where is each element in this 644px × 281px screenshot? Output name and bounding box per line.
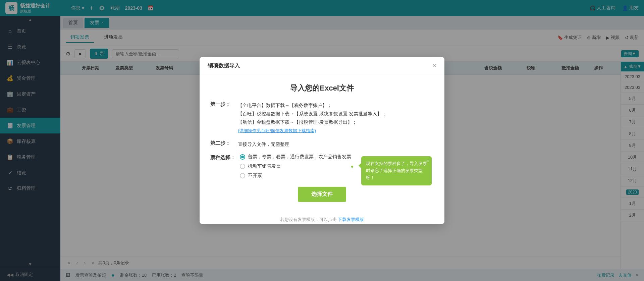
step2-row: 第二步： 直接导入文件，无需整理 — [210, 140, 434, 149]
modal-main-title: 导入您的Excel文件 — [210, 83, 434, 93]
step1-label: 第一步： — [210, 101, 234, 135]
step2-label: 第二步： — [210, 140, 234, 149]
step1-row: 第一步： 【全电平台】数据下载→【税务数字账户】； 【百旺】税控盘数据下载→【系… — [210, 101, 434, 135]
step1-line2: 【百旺】税控盘数据下载→【系统设置-系统参数设置-发票批量导入】； — [238, 110, 386, 118]
modal-title: 销项数据导入 — [208, 62, 240, 69]
modal-overlay: 销项数据导入 × 导入您的Excel文件 第一步： 【全电平台】数据下载→【税务… — [0, 0, 644, 281]
modal-footer: 若您没有发票模版，可以点击 下载发票模版 — [200, 213, 444, 224]
radio-normal[interactable]: 普票，专票，卷票，通行费发票，农产品销售发票 — [240, 154, 351, 160]
tooltip-indicator-dot — [351, 165, 354, 168]
radio-no-ticket-label: 不开票 — [248, 173, 262, 179]
radio-normal-circle — [240, 154, 245, 160]
ticket-options: 普票，专票，卷票，通行费发票，农产品销售发票 机动车销售发票 × 现在支持的票 — [240, 154, 351, 179]
radio-motor[interactable]: 机动车销售发票 × 现在支持的票种多了，导入发票时别忘了选择正确的发票类型呀！ — [240, 163, 351, 169]
download-template-link[interactable]: 下载发票模版 — [338, 217, 364, 222]
radio-normal-label: 普票，专票，卷票，通行费发票，农产品销售发票 — [248, 154, 351, 160]
tooltip-text: 现在支持的票种多了，导入发票时别忘了选择正确的发票类型呀！ — [366, 161, 427, 180]
modal-close-btn[interactable]: × — [433, 63, 436, 69]
step1-line3: 【航信】金税盘数据下载→【报税管理-发票数据导出】； — [238, 118, 386, 126]
select-file-btn[interactable]: 选择文件 — [298, 187, 346, 202]
step1-line1: 【全电平台】数据下载→【税务数字账户】； — [238, 101, 386, 110]
modal-header: 销项数据导入 × — [200, 57, 444, 75]
step2-content: 直接导入文件，无需整理 — [238, 140, 289, 149]
ticket-row: 票种选择： 普票，专票，卷票，通行费发票，农产品销售发票 机动车销售发票 — [210, 154, 434, 179]
radio-motor-circle — [240, 164, 245, 169]
tooltip-close-btn[interactable]: × — [426, 158, 429, 164]
radio-no-ticket-circle — [240, 173, 245, 178]
tooltip-bubble: × 现在支持的票种多了，导入发票时别忘了选择正确的发票类型呀！ — [361, 156, 432, 185]
step1-content: 【全电平台】数据下载→【税务数字账户】； 【百旺】税控盘数据下载→【系统设置-系… — [238, 101, 386, 135]
footer-text: 若您没有发票模版，可以点击 — [280, 217, 337, 222]
radio-motor-label: 机动车销售发票 — [248, 163, 281, 169]
step1-link[interactable]: (详细操作见百旺/航信发票数据下载指南) — [238, 128, 316, 133]
import-modal: 销项数据导入 × 导入您的Excel文件 第一步： 【全电平台】数据下载→【税务… — [200, 57, 444, 224]
modal-body: 导入您的Excel文件 第一步： 【全电平台】数据下载→【税务数字账户】； 【百… — [200, 75, 444, 213]
ticket-label: 票种选择： — [210, 155, 237, 179]
radio-no-ticket[interactable]: 不开票 — [240, 173, 351, 179]
